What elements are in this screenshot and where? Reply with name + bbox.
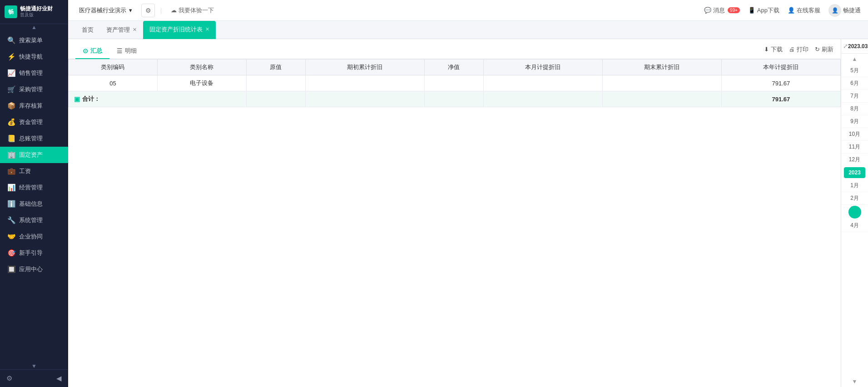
customer-service-button[interactable]: 👤 在线客服: [788, 6, 820, 15]
total-month-dep: [483, 91, 602, 107]
print-icon: 🖨: [789, 46, 795, 53]
message-button[interactable]: 💬 消息 99+: [704, 6, 740, 15]
sidebar-item-ledger[interactable]: 📒 总账管理: [0, 130, 68, 147]
subtab-left: ⊙ 汇总 ☰ 明细: [75, 44, 144, 59]
inventory-icon: 📦: [7, 102, 15, 110]
sidebar-item-label: 库存核算: [19, 102, 43, 110]
sidebar-item-label: 工资: [19, 167, 31, 175]
app-label: App下载: [757, 6, 779, 15]
dropdown-icon: ▾: [129, 7, 132, 14]
sidebar-item-capital[interactable]: 💰 资金管理: [0, 114, 68, 130]
col-year-dep: 本年计提折旧: [721, 60, 840, 75]
sidebar-settings-icon[interactable]: ⚙: [6, 374, 12, 382]
sidebar-item-app-center[interactable]: 🔲 应用中心: [0, 261, 68, 278]
sidebar-item-label: 新手引导: [19, 249, 43, 257]
sidebar-scroll-up[interactable]: ▲: [0, 24, 68, 30]
row-net: [424, 75, 483, 91]
tab-depreciation-report[interactable]: 固定资产折旧统计表 ✕: [143, 21, 216, 39]
subtab-detail[interactable]: ☰ 明细: [109, 44, 144, 59]
sidebar-item-search[interactable]: 🔍 搜索菜单: [0, 32, 68, 49]
table-row: 05 电子设备 791.67: [69, 75, 841, 91]
total-year-dep: 791.67: [721, 91, 840, 107]
date-panel-title: 2023.03: [848, 43, 868, 50]
sidebar-item-salary[interactable]: 💼 工资: [0, 163, 68, 179]
total-label: 合计：: [82, 95, 100, 103]
refresh-icon: ↻: [815, 46, 820, 53]
quick-nav-icon: ⚡: [7, 53, 15, 61]
date-month-7[interactable]: 7月: [841, 90, 868, 103]
date-month-2023-3[interactable]: 3月: [848, 206, 861, 218]
sidebar-item-basic-info[interactable]: ℹ️ 基础信息: [0, 196, 68, 212]
sidebar-item-system[interactable]: 🔧 系统管理: [0, 212, 68, 228]
experience-button[interactable]: ☁ 我要体验一下: [167, 5, 218, 16]
date-month-12[interactable]: 12月: [841, 154, 868, 166]
date-panel-expand-icon[interactable]: ⤢: [843, 43, 848, 50]
tab-asset-mgmt-close[interactable]: ✕: [133, 27, 137, 33]
sidebar-item-purchase[interactable]: 🛒 采购管理: [0, 81, 68, 98]
tab-home-label: 首页: [82, 26, 94, 34]
download-button[interactable]: ⬇ 下载: [764, 45, 783, 54]
topbar: 医疗器械行业演示 ▾ ⚙ | ☁ 我要体验一下 💬 消息 99+ 📱 App下载…: [68, 0, 868, 21]
date-month-8[interactable]: 8月: [841, 103, 868, 115]
print-button[interactable]: 🖨 打印: [789, 45, 808, 54]
sidebar-scroll-down[interactable]: ▼: [0, 363, 68, 369]
date-nav-up[interactable]: ▲: [841, 54, 868, 64]
sidebar-item-quick-nav[interactable]: ⚡ 快捷导航: [0, 49, 68, 65]
date-month-2023-4[interactable]: 4月: [841, 219, 868, 232]
sidebar-item-label: 资金管理: [19, 118, 43, 126]
row-month-dep: [483, 75, 602, 91]
username-label: 畅捷通: [843, 6, 861, 15]
sidebar-item-inventory[interactable]: 📦 库存核算: [0, 98, 68, 114]
date-month-11[interactable]: 11月: [841, 141, 868, 154]
sidebar-item-operation[interactable]: 📊 经营管理: [0, 179, 68, 196]
row-code: 05: [69, 75, 158, 91]
guide-icon: 🎯: [7, 249, 15, 257]
app-download-button[interactable]: 📱 App下载: [748, 6, 779, 15]
tab-depreciation-report-close[interactable]: ✕: [205, 26, 209, 32]
refresh-label: 刷新: [822, 45, 833, 54]
date-month-5[interactable]: 5月: [841, 64, 868, 77]
sidebar-collapse-icon[interactable]: ◀: [56, 374, 62, 382]
tab-home[interactable]: 首页: [75, 21, 100, 39]
date-nav-down[interactable]: ▼: [841, 376, 868, 387]
topbar-settings-button[interactable]: ⚙: [141, 4, 155, 17]
table-wrap: 类别编码 类别名称 原值 期初累计折旧 净值 本月计提折旧 期末累计折旧 本年计…: [68, 59, 841, 387]
ledger-icon: 📒: [7, 134, 15, 143]
date-year-2023[interactable]: 2023: [844, 167, 865, 179]
date-month-9[interactable]: 9月: [841, 115, 868, 128]
tab-asset-mgmt[interactable]: 资产管理 ✕: [100, 21, 143, 39]
app-version: 普及版: [20, 12, 53, 18]
subtab-summary[interactable]: ⊙ 汇总: [75, 44, 109, 59]
sidebar-item-enterprise[interactable]: 🤝 企业协同: [0, 228, 68, 245]
sidebar-header: 畅 畅捷通好业财 普及版: [0, 0, 68, 24]
col-period-end-dep: 期末累计折旧: [602, 60, 721, 75]
date-month-10[interactable]: 10月: [841, 128, 868, 141]
col-initial-dep: 期初累计折旧: [305, 60, 424, 75]
print-label: 打印: [797, 45, 808, 54]
date-month-2023-1[interactable]: 1月: [841, 179, 868, 192]
operation-icon: 📊: [7, 184, 15, 192]
user-menu[interactable]: 👤 畅捷通: [828, 4, 861, 17]
company-selector[interactable]: 医疗器械行业演示 ▾: [75, 5, 136, 16]
date-month-6[interactable]: 6月: [841, 77, 868, 90]
app-name: 畅捷通好业财: [20, 5, 53, 12]
sidebar-item-guide[interactable]: 🎯 新手引导: [0, 245, 68, 261]
sidebar-footer: ⚙ ◀: [0, 369, 68, 387]
refresh-button[interactable]: ↻ 刷新: [815, 45, 833, 54]
sidebar-item-fixed-assets[interactable]: 🏢 固定资产: [0, 147, 68, 163]
subtab-detail-label: 明细: [125, 47, 137, 55]
col-original: 原值: [246, 60, 305, 75]
table-header-row: 类别编码 类别名称 原值 期初累计折旧 净值 本月计提折旧 期末累计折旧 本年计…: [69, 60, 841, 75]
download-icon: ⬇: [764, 46, 769, 53]
sidebar-item-label: 采购管理: [19, 85, 43, 94]
total-net: [424, 91, 483, 107]
service-label: 在线客服: [797, 6, 820, 15]
basic-info-icon: ℹ️: [7, 200, 15, 208]
sidebar-item-sales[interactable]: 📈 销售管理: [0, 65, 68, 81]
depreciation-table: 类别编码 类别名称 原值 期初累计折旧 净值 本月计提折旧 期末累计折旧 本年计…: [68, 59, 841, 107]
enterprise-icon: 🤝: [7, 233, 15, 241]
sidebar-nav: 🔍 搜索菜单 ⚡ 快捷导航 📈 销售管理 🛒 采购管理 📦 库存核算 💰 资金管…: [0, 30, 68, 363]
content-panel: ⊙ 汇总 ☰ 明细 ⬇ 下载 🖨 打印: [68, 39, 841, 387]
date-month-2023-2[interactable]: 2月: [841, 192, 868, 205]
tab-asset-mgmt-label: 资产管理: [106, 26, 130, 34]
